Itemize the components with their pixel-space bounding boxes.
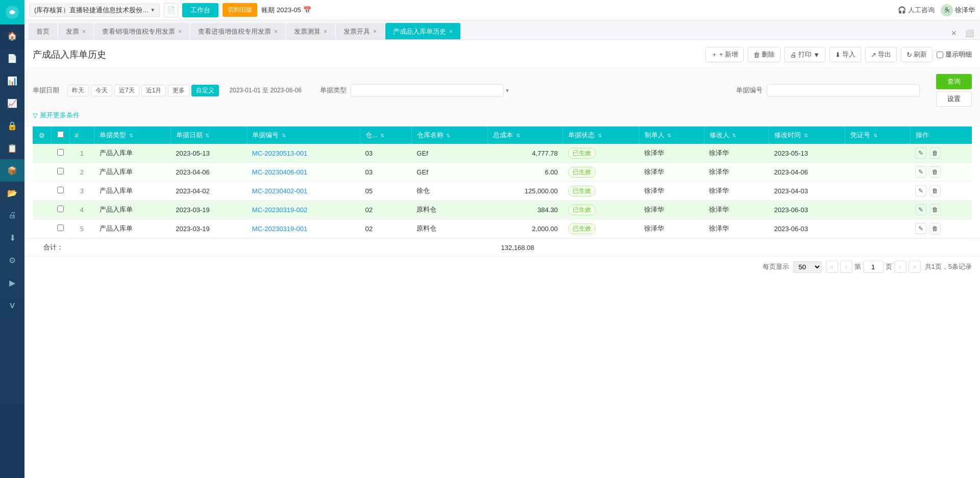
th-voucher-no[interactable]: 凭证号 ⇅ bbox=[845, 127, 910, 144]
sidebar-item-charts[interactable]: 📊 bbox=[0, 69, 24, 92]
sidebar-item-inventory[interactable]: 📦 bbox=[0, 159, 24, 182]
date-btn-today[interactable]: 今天 bbox=[91, 85, 112, 96]
date-btn-custom[interactable]: 自定义 bbox=[191, 85, 219, 96]
td-checkbox-1[interactable] bbox=[51, 163, 69, 182]
td-doc-no-0[interactable]: MC-20230513-001 bbox=[247, 144, 360, 163]
date-btn-7days[interactable]: 近7天 bbox=[114, 85, 139, 96]
company-selector[interactable]: (库存核算）直播轻捷通信息技术股份... ▼ bbox=[30, 4, 160, 17]
tab-restore-icon[interactable]: ⬜ bbox=[963, 27, 976, 39]
tab-invoice-close[interactable]: × bbox=[82, 28, 86, 35]
th-total-cost[interactable]: 总成本 ⇅ bbox=[488, 127, 563, 144]
export-button[interactable]: ↗ 导出 bbox=[865, 47, 897, 62]
delete-button[interactable]: 🗑 删除 bbox=[748, 47, 780, 62]
tab-sales-invoice-close[interactable]: × bbox=[178, 28, 182, 35]
doc-no-link-0[interactable]: MC-20230513-001 bbox=[252, 149, 307, 157]
tab-invoice[interactable]: 发票 × bbox=[58, 23, 93, 39]
th-status[interactable]: 单据状态 ⇅ bbox=[563, 127, 640, 144]
td-checkbox-3[interactable] bbox=[51, 200, 69, 219]
sidebar-item-files[interactable]: 📂 bbox=[0, 182, 24, 204]
date-btn-more[interactable]: 更多 bbox=[168, 85, 189, 96]
th-checkbox[interactable] bbox=[51, 127, 69, 144]
next-page-button[interactable]: › bbox=[894, 261, 906, 273]
tab-product-stock-history[interactable]: 产成品入库单历史 × bbox=[385, 23, 460, 39]
th-settings[interactable]: ⚙ bbox=[33, 127, 51, 144]
tab-close-all-icon[interactable]: ✕ bbox=[949, 27, 959, 39]
delete-icon-0[interactable]: 🗑 bbox=[929, 147, 941, 159]
edit-icon-0[interactable]: ✎ bbox=[915, 147, 926, 159]
sidebar-item-docs[interactable]: 📄 bbox=[0, 47, 24, 69]
print-button[interactable]: 🖨 打印 ▼ bbox=[785, 47, 825, 62]
user-menu[interactable]: 头 徐泽华 bbox=[941, 4, 975, 16]
th-doc-type[interactable]: 单据类型 ⇅ bbox=[94, 127, 171, 144]
expand-filter-button[interactable]: ▽ 展开更多条件 bbox=[33, 111, 972, 120]
edit-icon-3[interactable]: ✎ bbox=[915, 204, 926, 215]
row-checkbox-4[interactable] bbox=[57, 224, 64, 231]
sidebar-item-reports[interactable]: 📋 bbox=[0, 137, 24, 159]
tab-purchase-invoice-close[interactable]: × bbox=[274, 28, 278, 35]
edit-icon-1[interactable]: ✎ bbox=[915, 166, 926, 178]
td-checkbox-2[interactable] bbox=[51, 182, 69, 200]
delete-icon-4[interactable]: 🗑 bbox=[929, 223, 941, 234]
workbench-button[interactable]: 工作台 bbox=[182, 3, 218, 17]
prev-page-button[interactable]: ‹ bbox=[840, 261, 852, 273]
query-button[interactable]: 查询 bbox=[936, 74, 972, 89]
delete-icon-2[interactable]: 🗑 bbox=[929, 185, 941, 196]
edit-icon-2[interactable]: ✎ bbox=[915, 185, 926, 196]
first-page-button[interactable]: « bbox=[826, 261, 838, 273]
service-button[interactable]: 🎧 人工咨询 bbox=[898, 6, 935, 15]
th-warehouse-code[interactable]: 仓... ⇅ bbox=[360, 127, 411, 144]
tab-sales-invoice[interactable]: 查看销项增值税专用发票 × bbox=[94, 23, 189, 39]
refresh-button[interactable]: ↻ 刷新 bbox=[901, 47, 933, 62]
sidebar-item-settings[interactable]: ⚙ bbox=[0, 249, 24, 271]
td-checkbox-4[interactable] bbox=[51, 219, 69, 238]
td-doc-no-1[interactable]: MC-20230406-001 bbox=[247, 163, 360, 182]
new-button[interactable]: ＋ + 新增 bbox=[705, 47, 744, 62]
th-modifier[interactable]: 修改人 ⇅ bbox=[704, 127, 769, 144]
td-doc-no-3[interactable]: MC-20230319-002 bbox=[247, 200, 360, 219]
th-doc-no[interactable]: 单据编号 ⇅ bbox=[247, 127, 360, 144]
row-checkbox-1[interactable] bbox=[57, 168, 64, 174]
date-btn-1month[interactable]: 近1月 bbox=[141, 85, 166, 96]
td-doc-no-4[interactable]: MC-20230319-001 bbox=[247, 219, 360, 238]
td-checkbox-0[interactable] bbox=[51, 144, 69, 163]
tab-product-stock-history-close[interactable]: × bbox=[449, 28, 453, 35]
sidebar-item-download[interactable]: ⬇ bbox=[0, 227, 24, 249]
sidebar-item-print[interactable]: 🖨 bbox=[0, 204, 24, 227]
row-checkbox-2[interactable] bbox=[57, 187, 64, 193]
set-button[interactable]: 设置 bbox=[936, 91, 972, 107]
row-checkbox-3[interactable] bbox=[57, 206, 64, 212]
doc-no-link-2[interactable]: MC-20230402-001 bbox=[252, 187, 307, 195]
tab-invoice-issue-close[interactable]: × bbox=[373, 28, 377, 35]
show-details-checkbox[interactable] bbox=[937, 52, 943, 58]
sidebar-item-security[interactable]: 🔒 bbox=[0, 114, 24, 137]
date-btn-yesterday[interactable]: 昨天 bbox=[67, 85, 89, 96]
edit-icon-4[interactable]: ✎ bbox=[915, 223, 926, 234]
th-modify-time[interactable]: 修改时间 ⇅ bbox=[769, 127, 845, 144]
doc-no-link-4[interactable]: MC-20230319-001 bbox=[252, 225, 307, 233]
sidebar-item-home[interactable]: 🏠 bbox=[0, 24, 24, 47]
tab-purchase-invoice[interactable]: 查看进项增值税专用发票 × bbox=[190, 23, 285, 39]
doc-no-input[interactable] bbox=[767, 84, 920, 97]
tab-invoice-calc[interactable]: 发票测算 × bbox=[286, 23, 335, 39]
tab-invoice-calc-close[interactable]: × bbox=[324, 28, 327, 35]
doc-no-link-1[interactable]: MC-20230406-001 bbox=[252, 168, 307, 176]
doc-no-link-3[interactable]: MC-20230319-002 bbox=[252, 206, 307, 214]
import-button[interactable]: ⬇ 导入 bbox=[829, 47, 861, 62]
tab-invoice-issue[interactable]: 发票开具 × bbox=[336, 23, 384, 39]
page-size-select[interactable]: 20 50 100 bbox=[793, 261, 822, 273]
tab-home[interactable]: 首页 bbox=[29, 23, 57, 39]
row-checkbox-0[interactable] bbox=[57, 149, 64, 156]
doc-type-select[interactable] bbox=[351, 84, 504, 97]
delete-icon-1[interactable]: 🗑 bbox=[929, 166, 941, 178]
switch-period-button[interactable]: 切到旧版 bbox=[223, 3, 257, 17]
doc-icon-button[interactable]: 📄 bbox=[164, 3, 178, 17]
sidebar-item-analytics[interactable]: 📈 bbox=[0, 92, 24, 114]
period-calendar-icon[interactable]: 📅 bbox=[303, 6, 311, 14]
th-creator[interactable]: 制单人 ⇅ bbox=[639, 127, 704, 144]
th-warehouse-name[interactable]: 仓库名称 ⇅ bbox=[411, 127, 488, 144]
td-doc-no-2[interactable]: MC-20230402-001 bbox=[247, 182, 360, 200]
last-page-button[interactable]: » bbox=[909, 261, 921, 273]
sidebar-item-version[interactable]: V bbox=[0, 294, 24, 316]
th-doc-date[interactable]: 单据日期 ⇅ bbox=[170, 127, 247, 144]
select-all-checkbox[interactable] bbox=[57, 131, 64, 138]
